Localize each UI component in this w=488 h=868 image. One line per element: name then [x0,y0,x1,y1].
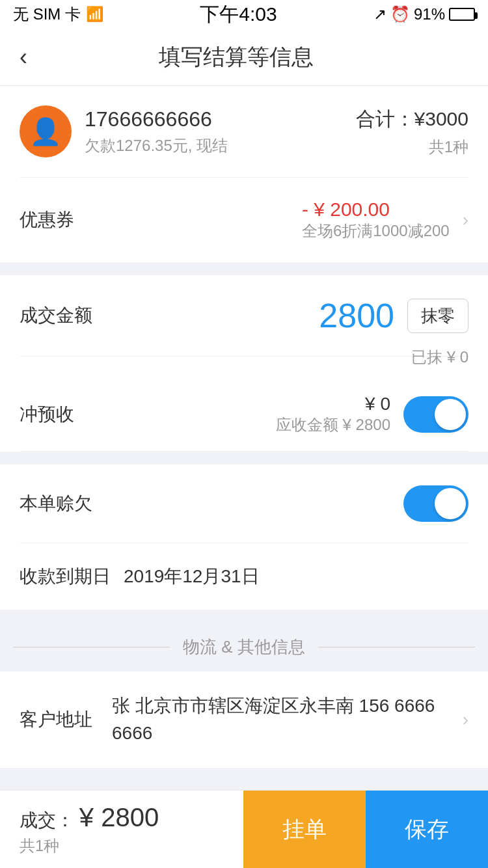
save-button[interactable]: 保存 [366,791,488,869]
bottom-summary: 成交： ¥ 2800 共1种 [0,803,243,856]
header-line-left [13,647,170,647]
section-gap-2 [0,452,488,465]
deal-amount-label: 成交金额 [20,303,319,328]
arrears-toggle-knob [435,488,466,519]
prepay-amount: ¥ 0 [276,394,390,414]
duedate-label: 收款到期日 [20,564,111,589]
user-info: 17666666666 欠款1276.35元, 现结 [85,107,356,156]
prepay-receivable: 应收金额 ¥ 2800 [276,414,390,435]
back-button[interactable]: ‹ [20,44,40,71]
user-info-card: 👤 17666666666 欠款1276.35元, 现结 合计：¥3000 共1… [0,86,488,262]
header-line-right [318,647,475,647]
status-bar: 无 SIM 卡 📶 下午4:03 ↗ ⏰ 91% [0,0,488,29]
avatar: 👤 [20,105,72,157]
arrears-label: 本单赊欠 [20,491,403,516]
page-title: 填写结算等信息 [40,42,432,72]
coupon-right: - ¥ 200.00 全场6折满1000减200 › [302,198,468,241]
toggle-knob [435,399,466,430]
location-icon: ↗ [373,5,386,23]
battery-icon [449,8,475,21]
arrears-toggle[interactable] [403,485,468,522]
user-row: 👤 17666666666 欠款1276.35元, 现结 合计：¥3000 共1… [20,86,468,178]
bottom-deal-amount: ¥ 2800 [79,803,159,832]
coupon-chevron: › [463,210,468,230]
prepay-toggle[interactable] [403,396,468,433]
address-card: 客户地址 张 北京市市辖区海淀区永丰南 156 6666 6666 › [0,671,488,768]
bottom-deal-count: 共1种 [20,835,224,856]
user-phone: 17666666666 [85,107,356,131]
alarm-icon: ⏰ [390,5,410,23]
bottom-deal-label: 成交： ¥ 2800 [20,803,224,833]
address-row[interactable]: 客户地址 张 北京市市辖区海淀区永丰南 156 6666 6666 › [20,671,468,768]
status-left: 无 SIM 卡 📶 [13,4,103,25]
arrears-row: 本单赊欠 [20,465,468,543]
address-label: 客户地址 [20,707,92,732]
coupon-label: 优惠券 [20,208,74,232]
round-button[interactable]: 抹零 [407,299,468,333]
prepay-label: 冲预收 [20,402,276,427]
hang-button[interactable]: 挂单 [243,791,366,869]
status-time: 下午4:03 [200,1,277,28]
prepay-values: ¥ 0 应收金额 ¥ 2800 [276,394,390,435]
deal-amount-value: 2800 [319,296,394,335]
prepay-right: ¥ 0 应收金额 ¥ 2800 [276,394,468,435]
avatar-icon: 👤 [29,116,62,147]
wifi-icon: 📶 [86,6,103,23]
total-amount: 合计：¥3000 [356,106,468,133]
section-gap-1 [0,262,488,275]
prepay-row: 冲预收 ¥ 0 应收金额 ¥ 2800 [20,378,468,452]
logistics-header-text: 物流 & 其他信息 [183,636,305,658]
bottom-bar: 成交： ¥ 2800 共1种 挂单 保存 [0,790,488,868]
duedate-row: 收款到期日 2019年12月31日 [20,543,468,610]
duedate-value: 2019年12月31日 [124,564,260,589]
battery-percent: 91% [414,5,445,23]
coupon-value: - ¥ 200.00 [302,198,450,221]
logistics-header: 物流 & 其他信息 [0,623,488,671]
nav-bar: ‹ 填写结算等信息 [0,29,488,86]
coupon-desc: 全场6折满1000减200 [302,221,450,241]
section-gap-3 [0,610,488,623]
deal-amount-section: 成交金额 2800 抹零 已抹 ¥ 0 冲预收 ¥ 0 应收金额 ¥ 2800 [0,275,488,452]
deal-amount-row: 成交金额 2800 抹零 [20,275,468,357]
no-sim-label: 无 SIM 卡 [13,4,81,25]
address-value: 张 北京市市辖区海淀区永丰南 156 6666 6666 [112,692,457,747]
user-subtitle: 欠款1276.35元, 现结 [85,135,356,156]
total-count: 共1种 [356,137,468,157]
user-total: 合计：¥3000 共1种 [356,106,468,157]
coupon-row[interactable]: 优惠券 - ¥ 200.00 全场6折满1000减200 › [20,178,468,262]
deal-amount-sub: 已抹 ¥ 0 [411,348,468,366]
arrears-card: 本单赊欠 收款到期日 2019年12月31日 [0,465,488,610]
status-right: ↗ ⏰ 91% [373,5,475,23]
address-chevron: › [463,709,468,730]
